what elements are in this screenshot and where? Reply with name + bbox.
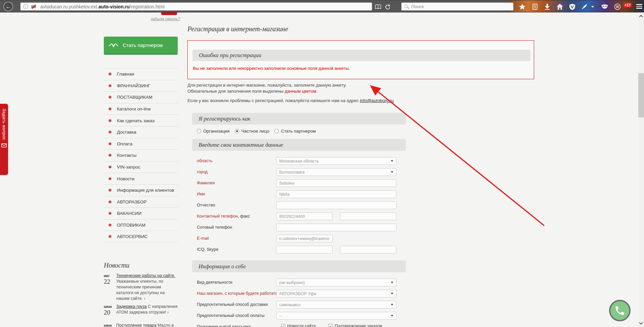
support-email-link[interactable]: info@autoborg.ru <box>360 98 394 103</box>
newsletter-checkboxes: ✓Новости сайта ✓Подтверждение заказов <box>281 324 382 327</box>
city-select[interactable]: Волоколамск <box>276 168 396 176</box>
sidebar-item-informatsiya[interactable]: ✺Информация для клиентов <box>104 184 178 196</box>
radio-become-partner[interactable]: Стать партнером <box>274 129 315 134</box>
mask-addon-button[interactable] <box>600 3 609 10</box>
sidebar-item-postavshchikam[interactable]: ✺ПОСТАВЩИКАМ <box>104 91 178 103</box>
contact-phone-input[interactable] <box>276 213 333 220</box>
store-select[interactable]: АВТОРАЗБОР Уфа <box>276 290 396 297</box>
shield-addon-button[interactable] <box>567 3 577 10</box>
sidebar-item-franchising[interactable]: ✺ФРАНЧАЙЗИНГ <box>104 80 178 92</box>
radio-organization[interactable]: Организация <box>197 129 229 134</box>
mobile-phone-input[interactable] <box>276 224 396 231</box>
gear-icon: ✺ <box>108 234 112 239</box>
activity-type-select[interactable]: (не выбрано) <box>276 279 396 286</box>
w-addon-button[interactable]: W <box>613 3 622 10</box>
sidebar-item-avtorazbor[interactable]: ✺АВТОРАЗБОР <box>104 196 178 208</box>
plugin-blocked-icon[interactable] <box>31 5 36 8</box>
news-day: 22 <box>104 278 116 285</box>
news-more-arrow[interactable]: › <box>167 310 169 315</box>
reader-mode-button[interactable] <box>374 3 382 11</box>
form-row: Отчество <box>187 200 423 211</box>
addon-dropdown-button[interactable] <box>590 3 595 10</box>
sidebar-item-katalogi[interactable]: ✺Каталоги on-line <box>104 103 178 115</box>
become-partner-button[interactable]: Стать партнером <box>104 37 178 55</box>
gear-icon: ✺ <box>108 107 112 111</box>
search-input[interactable]: Поиск <box>401 2 514 11</box>
radio-icon <box>197 129 201 133</box>
form-row: Предпочтительный способ доставки самовыв… <box>187 299 423 311</box>
radio-private-person[interactable]: Частное лицо <box>235 129 269 134</box>
news-more-arrow[interactable]: › <box>144 296 145 301</box>
sidebar-item-vakansii[interactable]: ✺ВАКАНСИИ <box>104 207 178 219</box>
skype-input[interactable] <box>340 246 396 253</box>
sidebar-item-oplata[interactable]: ✺Оплата <box>104 138 178 150</box>
sidebar-item-novosti[interactable]: ✺Новости <box>104 173 178 184</box>
email-input[interactable] <box>276 235 333 242</box>
home-button[interactable] <box>555 3 564 10</box>
form-row: ICQ, Skype <box>187 244 423 255</box>
form-row: Получение e-mail рассылки ✓Новости сайта… <box>187 322 423 327</box>
scroll-up-arrow[interactable] <box>639 15 643 18</box>
news-month: июн <box>104 304 116 309</box>
sidebar-item-vin-zapros[interactable]: ✺VIN-запрос <box>104 161 178 173</box>
field-label: Фамилия <box>197 181 215 185</box>
ask-question-tab[interactable]: Задать вопрос <box>0 104 8 175</box>
sidebar-item-dostavka[interactable]: ✺Доставка <box>104 126 178 138</box>
field-label: Наш магазин, с которым будете работать <box>197 291 277 296</box>
search-icon <box>404 4 409 9</box>
downloads-button[interactable] <box>543 3 552 10</box>
firstname-input[interactable] <box>276 190 396 198</box>
sidebar-item-glavnaya[interactable]: ✺Главная <box>104 68 178 80</box>
bookmark-star-button[interactable] <box>517 3 527 10</box>
forgot-password-link[interactable]: забыли пароль? <box>151 17 180 21</box>
reload-button[interactable] <box>383 3 392 11</box>
callback-button[interactable] <box>609 300 631 321</box>
page-info-icon[interactable]: i <box>23 4 28 9</box>
chevron-down-icon <box>391 304 393 306</box>
checkbox-site-news[interactable]: ✓Новости сайта <box>281 324 316 327</box>
field-label: Вид деятельности <box>197 280 232 285</box>
news-link[interactable]: Поступление товара <box>116 323 157 327</box>
icq-input[interactable] <box>276 246 333 253</box>
sidebar-item-kontakty[interactable]: ✺Контакты <box>104 149 178 161</box>
gear-icon: ✺ <box>108 223 112 227</box>
sidebar-item-avtoservis[interactable]: ✺АВТОСЕРВИС <box>104 231 178 242</box>
field-label: Предпочтительный способ оплаты <box>197 313 264 318</box>
sidebar-item-kak-sdelat-zakaz[interactable]: ✺Как сделать заказ <box>104 114 178 126</box>
field-label: Отчество <box>197 203 215 207</box>
login-button-fragment[interactable] <box>161 12 177 15</box>
gear-icon: ✺ <box>108 95 112 99</box>
address-bar[interactable]: i avtoducan.ru.yushketov.ext.auto-vision… <box>20 2 372 11</box>
lastname-input[interactable] <box>276 179 396 187</box>
quill-addon-button[interactable] <box>580 3 589 10</box>
reading-list-button[interactable] <box>530 3 540 10</box>
field-label: E-mail <box>197 236 209 241</box>
chevron-down-icon <box>391 282 393 283</box>
fax-input[interactable] <box>340 213 396 220</box>
middlename-input[interactable] <box>276 201 396 209</box>
checkbox-order-confirmation[interactable]: ✓Подтверждение заказов <box>329 324 382 327</box>
page-scrollbar[interactable] <box>638 12 644 327</box>
scroll-down-arrow[interactable] <box>639 321 643 324</box>
chevron-down-icon <box>391 293 393 294</box>
payment-method-select[interactable]: -- <box>276 312 396 320</box>
news-text: Масло в <box>158 323 174 327</box>
section-contact-data: Введите свои контактные данные <box>192 139 406 151</box>
gear-icon: ✺ <box>108 72 112 76</box>
form-row: область Московская область <box>187 156 423 167</box>
form-row: Фамилия <box>187 178 423 189</box>
menu-button[interactable] <box>636 4 642 9</box>
news-link[interactable]: Технические работы на сайте. <box>116 273 175 278</box>
back-button[interactable]: ← <box>3 2 13 11</box>
news-link[interactable]: Задержка груза <box>116 304 147 309</box>
gear-icon: ✺ <box>108 211 112 216</box>
sidebar-item-optovikam[interactable]: ✺ОПТОВИКАМ <box>104 219 178 231</box>
scrollbar-thumb[interactable] <box>638 73 644 118</box>
radio-icon <box>235 129 239 133</box>
region-select[interactable]: Московская область <box>276 157 396 165</box>
section-register-as: Я регистрируюсь как <box>192 113 406 125</box>
delivery-method-select[interactable]: самовывоз <box>276 301 396 309</box>
addon-count-badge: +17 <box>624 3 632 7</box>
gear-icon: ✺ <box>108 165 112 169</box>
become-partner-label: Стать партнером <box>123 42 163 48</box>
